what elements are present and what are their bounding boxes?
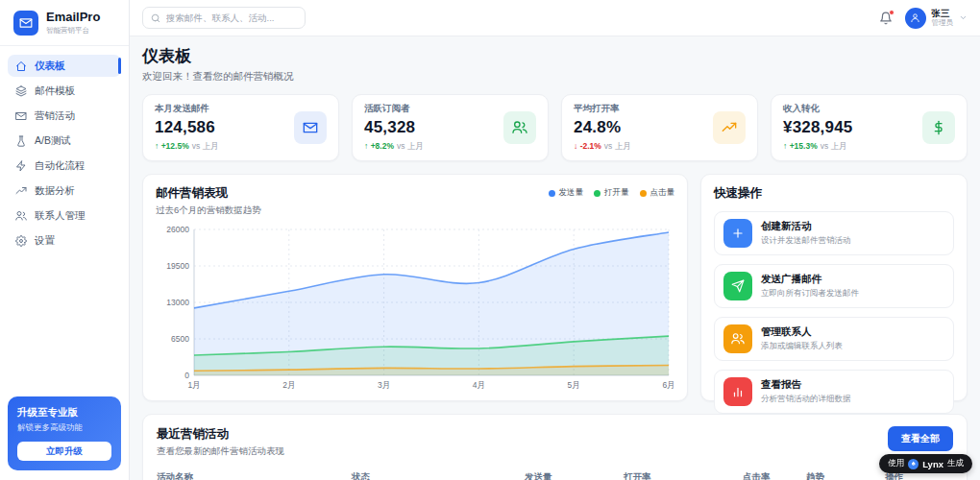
chart-titles: 邮件营销表现 过去6个月的营销数据趋势 (156, 185, 261, 217)
column-header: 趋势 (806, 471, 885, 480)
chevron-down-icon (959, 13, 968, 22)
quick-action-subtitle: 添加或编辑联系人列表 (761, 341, 843, 352)
trend-icon (15, 185, 27, 197)
quick-action-title: 发送广播邮件 (761, 273, 859, 286)
stat-label: 收入转化 (783, 103, 853, 115)
upgrade-title: 升级至专业版 (17, 406, 111, 420)
stat-change-value: +15.3% (790, 141, 818, 151)
view-all-button[interactable]: 查看全部 (888, 426, 953, 451)
flask-icon (15, 135, 27, 147)
stat-change-value: -2.1% (580, 141, 601, 151)
notifications-button[interactable] (879, 12, 893, 25)
stat-change-suffix: vs 上月 (192, 141, 219, 151)
sidebar-item-contacts[interactable]: 联系人管理 (8, 204, 121, 227)
lynx-badge[interactable]: 使用 ♠ Lynx 生成 (879, 454, 972, 473)
sidebar-item-label: 营销活动 (35, 109, 75, 123)
user-role: 管理员 (932, 18, 954, 28)
user-name: 张三 (932, 8, 954, 18)
quick-action-title: 管理联系人 (761, 325, 843, 339)
send-icon (723, 272, 752, 300)
svg-text:3月: 3月 (378, 380, 390, 390)
stat-value: 24.8% (574, 118, 631, 137)
trend-icon (713, 111, 746, 144)
mail-icon (294, 111, 327, 144)
upgrade-button[interactable]: 立即升级 (17, 442, 111, 461)
stat-value: ¥328,945 (783, 118, 853, 137)
svg-text:1月: 1月 (187, 380, 200, 390)
legend-item: 点击量 (640, 187, 675, 199)
topbar-right: 张三 管理员 (879, 8, 968, 29)
main-area: 张三 管理员 仪表板 欢迎回来！查看您的邮件营销概况 本月发送邮件124,586… (130, 0, 980, 480)
svg-text:19500: 19500 (166, 261, 189, 271)
stat-change-suffix: vs 上月 (821, 141, 847, 151)
quick-action-title: 创建新活动 (761, 220, 851, 233)
users-icon (15, 210, 27, 222)
sidebar-menu: 仪表板邮件模板营销活动A/B测试自动化流程数据分析联系人管理设置 (0, 46, 129, 263)
column-header: 状态 (352, 471, 525, 480)
stat-label: 平均打开率 (574, 103, 631, 115)
sidebar-item-label: 仪表板 (35, 60, 65, 73)
sidebar-item-campaigns[interactable]: 营销活动 (8, 105, 121, 127)
quick-actions-list: 创建新活动设计并发送邮件营销活动发送广播邮件立即向所有订阅者发送邮件管理联系人添… (714, 211, 954, 414)
stat-change-suffix: vs 上月 (397, 141, 424, 151)
stat-change-value: +8.2% (371, 141, 394, 151)
bars-icon (723, 377, 752, 406)
svg-text:6月: 6月 (662, 380, 674, 390)
avatar (905, 8, 926, 29)
stat-change-value: +12.5% (161, 141, 189, 151)
sidebar-item-automation[interactable]: 自动化流程 (8, 155, 121, 177)
stat-text: 本月发送邮件124,586↑ +12.5%vs 上月 (155, 103, 219, 153)
mail-icon (15, 110, 27, 122)
recent-campaigns-card: 最近营销活动 查看您最新的邮件营销活动表现 查看全部 活动名称状态发送量打开率点… (142, 414, 968, 480)
users-icon (723, 324, 752, 353)
arrow-up-icon: ↑ (155, 141, 161, 151)
quick-action-send-broadcast[interactable]: 发送广播邮件立即向所有订阅者发送邮件 (714, 264, 954, 308)
sidebar: EmailPro 智能营销平台 仪表板邮件模板营销活动A/B测试自动化流程数据分… (0, 0, 130, 480)
sidebar-item-label: A/B测试 (35, 134, 71, 148)
sidebar-item-analytics[interactable]: 数据分析 (8, 180, 121, 202)
app-name: EmailPro (46, 11, 100, 25)
recent-title: 最近营销活动 (157, 426, 284, 443)
user-menu[interactable]: 张三 管理员 (905, 8, 968, 29)
sidebar-item-label: 设置 (35, 234, 55, 248)
stat-change: ↑ +15.3%vs 上月 (783, 141, 853, 153)
chart-card: 邮件营销表现 过去6个月的营销数据趋势 发送量打开量点击量 0650013000… (142, 174, 688, 401)
sidebar-item-label: 联系人管理 (35, 209, 86, 223)
quick-actions-title: 快速操作 (714, 185, 954, 202)
legend-label: 打开量 (604, 187, 629, 199)
svg-text:26000: 26000 (166, 225, 189, 234)
stat-value: 45,328 (364, 118, 424, 137)
logo-mail-icon (13, 11, 38, 36)
stat-text: 平均打开率24.8%↓ -2.1%vs 上月 (574, 103, 631, 153)
legend-label: 发送量 (559, 187, 584, 199)
quick-action-create-campaign[interactable]: 创建新活动设计并发送邮件营销活动 (714, 211, 954, 255)
sidebar-item-dashboard[interactable]: 仪表板 (8, 55, 121, 77)
quick-actions-card: 快速操作 创建新活动设计并发送邮件营销活动发送广播邮件立即向所有订阅者发送邮件管… (700, 174, 968, 401)
svg-text:0: 0 (184, 371, 189, 380)
quick-action-view-reports[interactable]: 查看报告分析营销活动的详细数据 (714, 370, 954, 414)
user-info: 张三 管理员 (932, 8, 954, 28)
sidebar-item-label: 数据分析 (35, 184, 75, 198)
quick-action-text: 创建新活动设计并发送邮件营销活动 (761, 220, 851, 247)
badge-suffix: 生成 (947, 458, 964, 469)
quick-action-manage-contacts[interactable]: 管理联系人添加或编辑联系人列表 (714, 317, 954, 361)
chart-legend: 发送量打开量点击量 (549, 187, 675, 199)
stat-change: ↑ +8.2%vs 上月 (364, 141, 424, 153)
chart-title: 邮件营销表现 (156, 185, 261, 202)
badge-brand: Lynx (922, 459, 943, 469)
quick-action-subtitle: 分析营销活动的详细数据 (761, 394, 851, 405)
stat-label: 本月发送邮件 (155, 103, 219, 115)
svg-text:13000: 13000 (166, 298, 189, 307)
sidebar-item-ab-test[interactable]: A/B测试 (8, 130, 121, 152)
logo: EmailPro 智能营销平台 (0, 0, 129, 46)
quick-action-subtitle: 立即向所有订阅者发送邮件 (761, 288, 859, 300)
search-input[interactable] (166, 12, 297, 23)
upgrade-subtitle: 解锁更多高级功能 (17, 422, 111, 434)
quick-action-title: 查看报告 (761, 378, 851, 392)
search-box[interactable] (142, 7, 306, 29)
sidebar-item-templates[interactable]: 邮件模板 (8, 80, 121, 102)
quick-action-text: 发送广播邮件立即向所有订阅者发送邮件 (761, 273, 859, 300)
sidebar-item-settings[interactable]: 设置 (8, 229, 121, 252)
legend-label: 点击量 (650, 187, 675, 199)
recent-titles: 最近营销活动 查看您最新的邮件营销活动表现 (157, 426, 284, 458)
